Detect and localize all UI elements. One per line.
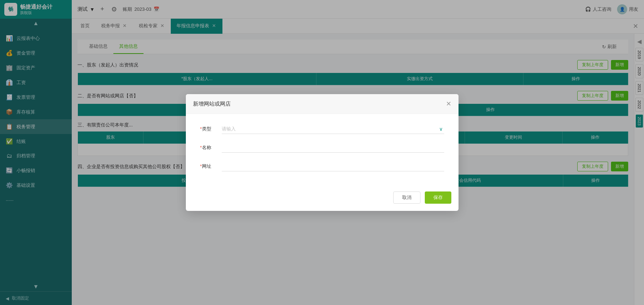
type-input[interactable]	[222, 124, 444, 134]
cancel-button[interactable]: 取消	[393, 191, 420, 204]
modal-header: 新增网站或网店 ✕	[186, 94, 459, 114]
modal-title: 新增网站或网店	[193, 101, 231, 107]
add-website-modal: 新增网站或网店 ✕ *类型 ∨ *名称	[186, 94, 459, 211]
save-button[interactable]: 保存	[425, 191, 451, 204]
label-name: *名称	[200, 144, 222, 151]
label-url: *网址	[200, 163, 222, 170]
modal-body: *类型 ∨ *名称 *网址	[186, 114, 459, 187]
name-input[interactable]	[222, 143, 444, 153]
modal-close-button[interactable]: ✕	[446, 100, 451, 108]
url-input[interactable]	[222, 161, 444, 171]
modal-footer: 取消 保存	[186, 187, 459, 211]
name-field-wrap	[222, 143, 444, 153]
modal-overlay: 新增网站或网店 ✕ *类型 ∨ *名称	[0, 0, 644, 305]
label-type: *类型	[200, 126, 222, 132]
form-row-name: *名称	[200, 143, 444, 153]
form-row-type: *类型 ∨	[200, 124, 444, 134]
type-field-wrap: ∨	[222, 124, 444, 134]
form-row-url: *网址	[200, 161, 444, 171]
url-field-wrap	[222, 161, 444, 171]
close-icon: ✕	[446, 100, 451, 107]
